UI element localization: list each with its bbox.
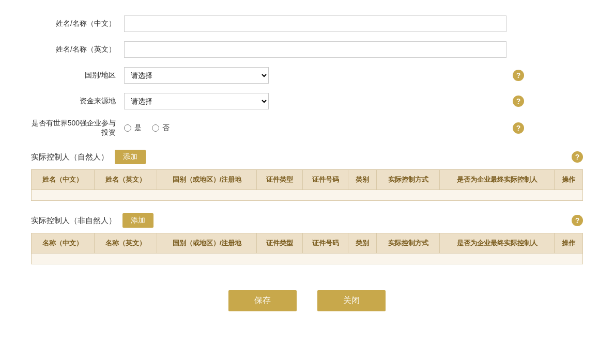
name-cn-input[interactable]: [124, 15, 506, 32]
non-natural-col-country: 国别（或地区）/注册地: [157, 233, 257, 254]
non-natural-person-title: 实际控制人（非自然人）: [31, 216, 116, 226]
country-help-icon[interactable]: ?: [513, 70, 524, 81]
non-natural-col-category: 类别: [348, 233, 377, 254]
non-natural-person-table-header-row: 名称（中文） 名称（英文） 国别（或地区）/注册地 证件类型 证件号码 类别 实…: [32, 233, 583, 254]
non-natural-col-name-cn: 名称（中文）: [32, 233, 95, 254]
natural-col-name-en: 姓名（英文）: [94, 170, 157, 190]
fortune500-help-icon[interactable]: ?: [513, 122, 524, 134]
natural-col-category: 类别: [348, 170, 377, 190]
fortune500-no-label: 否: [162, 123, 170, 133]
country-label: 国别/地区: [31, 71, 124, 80]
natural-person-title: 实际控制人（自然人）: [31, 152, 109, 162]
country-field-wrapper: 请选择: [124, 67, 506, 84]
natural-col-cert-type: 证件类型: [257, 170, 302, 190]
fund-source-help-icon[interactable]: ?: [513, 96, 524, 107]
non-natural-col-cert-type: 证件类型: [257, 233, 302, 254]
non-natural-col-name-en: 名称（英文）: [94, 233, 157, 254]
country-select[interactable]: 请选择: [124, 67, 269, 84]
non-natural-person-add-button[interactable]: 添加: [122, 213, 154, 228]
save-button[interactable]: 保存: [228, 290, 297, 311]
close-button[interactable]: 关闭: [317, 290, 386, 311]
non-natural-col-is-final-controller: 是否为企业最终实际控制人: [440, 233, 555, 254]
natural-person-help-icon[interactable]: ?: [572, 151, 583, 163]
fortune500-row: 是否有世界500强企业参与投资 是 否 ?: [31, 119, 583, 137]
non-natural-person-empty-cell: [32, 254, 583, 264]
natural-person-empty-cell: [32, 190, 583, 201]
natural-person-table-header-row: 姓名（中文） 姓名（英文） 国别（或地区）/注册地 证件类型 证件号码 类别 实…: [32, 170, 583, 190]
fortune500-no-radio[interactable]: [152, 124, 159, 132]
natural-person-table: 姓名（中文） 姓名（英文） 国别（或地区）/注册地 证件类型 证件号码 类别 实…: [31, 169, 583, 201]
fund-source-field-wrapper: 请选择: [124, 93, 506, 109]
natural-col-control-method: 实际控制方式: [377, 170, 440, 190]
non-natural-col-control-method: 实际控制方式: [377, 233, 440, 254]
fortune500-radio-group: 是 否: [124, 123, 506, 133]
non-natural-person-table: 名称（中文） 名称（英文） 国别（或地区）/注册地 证件类型 证件号码 类别 实…: [31, 233, 583, 264]
natural-person-section-header: 实际控制人（自然人） 添加 ?: [31, 150, 583, 164]
non-natural-col-cert-no: 证件号码: [302, 233, 348, 254]
natural-person-empty-row: [32, 190, 583, 201]
fortune500-label: 是否有世界500强企业参与投资: [31, 119, 124, 137]
name-en-field-wrapper: [124, 41, 506, 58]
fund-source-label: 资金来源地: [31, 97, 124, 106]
non-natural-person-help-icon[interactable]: ?: [572, 215, 583, 226]
fortune500-field-wrapper: 是 否: [124, 123, 506, 133]
natural-col-is-final-controller: 是否为企业最终实际控制人: [440, 170, 555, 190]
natural-col-operation: 操作: [554, 170, 582, 190]
non-natural-person-empty-row: [32, 254, 583, 264]
fund-source-row: 资金来源地 请选择 ?: [31, 93, 583, 109]
bottom-actions: 保存 关闭: [31, 290, 583, 311]
name-en-input[interactable]: [124, 41, 506, 58]
natural-col-country: 国别（或地区）/注册地: [157, 170, 257, 190]
natural-col-name-cn: 姓名（中文）: [32, 170, 95, 190]
fortune500-yes-radio[interactable]: [124, 124, 131, 132]
name-cn-field-wrapper: [124, 15, 506, 32]
name-cn-row: 姓名/名称（中文）: [31, 15, 583, 32]
name-cn-label: 姓名/名称（中文）: [31, 19, 124, 28]
non-natural-col-operation: 操作: [554, 233, 582, 254]
fortune500-yes-option[interactable]: 是: [124, 123, 142, 133]
name-en-row: 姓名/名称（英文）: [31, 41, 583, 58]
name-en-label: 姓名/名称（英文）: [31, 45, 124, 54]
country-row: 国别/地区 请选择 ?: [31, 67, 583, 84]
fortune500-yes-label: 是: [134, 123, 142, 133]
natural-person-add-button[interactable]: 添加: [115, 150, 146, 164]
natural-col-cert-no: 证件号码: [302, 170, 348, 190]
fund-source-select[interactable]: 请选择: [124, 93, 269, 109]
fortune500-no-option[interactable]: 否: [152, 123, 170, 133]
non-natural-person-section-header: 实际控制人（非自然人） 添加 ?: [31, 213, 583, 228]
